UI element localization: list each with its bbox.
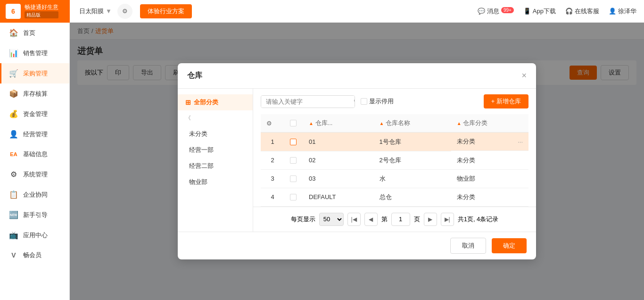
col-category-header: ▲ 仓库分类: [451, 114, 528, 133]
page-number-input[interactable]: [391, 213, 410, 226]
member-icon: V: [9, 251, 18, 259]
row-name: 2号仓库: [374, 151, 451, 169]
logo-area: 6 畅捷通好生意 精品版: [0, 0, 70, 23]
sidebar-label-system: 系统管理: [23, 170, 48, 179]
sidebar: 🏠 首页 📊 销售管理 🛒 采购管理 📦 库存核算 💰 资金管理 👤 经营管理 …: [0, 23, 70, 300]
table-row[interactable]: 3 03 水 物业部: [261, 169, 528, 188]
category-item-property[interactable]: 物业部: [178, 174, 253, 190]
logo-badge: 精品版: [25, 11, 58, 18]
sidebar-label-member: 畅会员: [23, 251, 41, 259]
logo-icon: 6: [6, 4, 21, 19]
row-checkbox[interactable]: [284, 133, 303, 151]
system-icon: ⚙: [9, 170, 18, 179]
sidebar-item-sales[interactable]: 📊 销售管理: [0, 43, 69, 63]
online-service-item[interactable]: 🎧 在线客服: [565, 7, 599, 16]
table-panel: 🔍 显示停用 + 新增仓库: [253, 89, 536, 232]
gear-col-icon[interactable]: ⚙: [266, 120, 272, 127]
cancel-button[interactable]: 取消: [450, 238, 486, 254]
sidebar-item-guide[interactable]: 🆕 新手引导: [0, 205, 69, 225]
operations-icon: 👤: [9, 130, 18, 139]
store-selector[interactable]: 日太阳膜 ▼: [79, 7, 112, 16]
modal-close-button[interactable]: ×: [521, 71, 527, 81]
sidebar-item-system[interactable]: ⚙ 系统管理: [0, 164, 69, 184]
row-code: 02: [303, 151, 374, 169]
category-all-label: 全部分类: [194, 98, 218, 107]
settings-button[interactable]: ⚙: [117, 4, 132, 19]
col-code-header: ▲ 仓库...: [303, 114, 374, 133]
show-disabled-text: 显示停用: [369, 97, 394, 106]
page-prev-button[interactable]: ◀: [364, 213, 378, 226]
modal-overlay: 仓库 × ⊞ 全部分类 《 未分类: [70, 23, 644, 300]
col-code-label: 仓库...: [315, 119, 333, 126]
content-area: 首页 / 进货单 进货单 按以下 印 导出 刷新 查询 设置 仓库 ×: [70, 23, 644, 300]
per-page-select[interactable]: 50 10 20 100: [319, 213, 344, 226]
sidebar-item-apps[interactable]: 📺 应用中心: [0, 225, 69, 245]
row-category: 未分类: [451, 188, 528, 206]
user-name: 徐泽华: [618, 7, 636, 16]
trial-button[interactable]: 体验行业方案: [140, 4, 192, 18]
table-row[interactable]: 1 01 1号仓库 未分类···: [261, 133, 528, 151]
table-row[interactable]: 2 02 2号仓库 未分类: [261, 151, 528, 169]
main-layout: 🏠 首页 📊 销售管理 🛒 采购管理 📦 库存核算 💰 资金管理 👤 经营管理 …: [0, 23, 644, 300]
per-page-label: 每页显示: [291, 215, 315, 224]
sidebar-item-member[interactable]: V 畅会员: [0, 245, 69, 265]
sidebar-label-finance: 资金管理: [23, 110, 48, 118]
sidebar-label-enterprise: 企业协同: [23, 191, 48, 199]
row-category: 未分类: [451, 151, 528, 169]
row-name: 总仓: [374, 188, 451, 206]
search-button[interactable]: 🔍: [350, 96, 355, 108]
total-info: 共1页, 4条记录: [458, 215, 499, 224]
table-header-row: ⚙ ▲ 仓库...: [261, 114, 528, 133]
add-warehouse-button[interactable]: + 新增仓库: [484, 94, 528, 108]
sidebar-item-enterprise[interactable]: 📋 企业协同: [0, 184, 69, 205]
sidebar-item-operations[interactable]: 👤 经营管理: [0, 124, 69, 144]
row-code: 03: [303, 169, 374, 188]
category-collapse-header[interactable]: 《: [178, 110, 253, 126]
page-first-button[interactable]: |◀: [347, 213, 361, 226]
sidebar-item-inventory[interactable]: 📦 库存核算: [0, 83, 69, 104]
col-gear: ⚙: [261, 114, 284, 133]
user-item[interactable]: 👤 徐泽华: [609, 7, 636, 16]
row-checkbox[interactable]: [284, 169, 303, 188]
sidebar-item-basic[interactable]: EA 基础信息: [0, 144, 69, 164]
sidebar-item-home[interactable]: 🏠 首页: [0, 23, 69, 43]
table-toolbar: 🔍 显示停用 + 新增仓库: [253, 89, 536, 114]
row-checkbox[interactable]: [284, 151, 303, 169]
search-input[interactable]: [261, 96, 350, 108]
col-name-label: 仓库名称: [386, 119, 410, 126]
row-code: DEFAULT: [303, 188, 374, 206]
row-category: 物业部: [451, 169, 528, 188]
headphone-icon: 🎧: [565, 8, 573, 15]
category-item-ops1[interactable]: 经营一部: [178, 142, 253, 158]
modal-title: 仓库: [187, 71, 202, 81]
message-icon: 💬: [478, 8, 485, 15]
app-label: App下载: [533, 7, 556, 16]
row-action-dots[interactable]: ···: [518, 138, 523, 145]
category-item-ops2[interactable]: 经营二部: [178, 158, 253, 174]
category-item-unclassified[interactable]: 未分类: [178, 126, 253, 142]
category-all-item[interactable]: ⊞ 全部分类: [178, 94, 253, 110]
row-index: 4: [261, 188, 284, 206]
confirm-button[interactable]: 确定: [492, 238, 527, 253]
app-download-item[interactable]: 📱 App下载: [523, 7, 556, 16]
sidebar-item-purchase[interactable]: 🛒 采购管理: [0, 63, 69, 83]
sidebar-item-finance[interactable]: 💰 资金管理: [0, 104, 69, 124]
sidebar-label-sales: 销售管理: [23, 49, 48, 58]
show-disabled-checkbox[interactable]: [361, 98, 367, 105]
page-next-button[interactable]: ▶: [424, 213, 437, 226]
enterprise-icon: 📋: [9, 190, 18, 199]
sidebar-label-purchase: 采购管理: [23, 69, 48, 78]
sidebar-label-operations: 经营管理: [23, 130, 48, 139]
col-category-label: 仓库分类: [463, 119, 487, 126]
warehouse-table: ⚙ ▲ 仓库...: [261, 114, 528, 207]
sidebar-label-inventory: 库存核算: [23, 90, 48, 98]
category-panel: ⊞ 全部分类 《 未分类 经营一部 经营二部: [178, 89, 253, 232]
page-last-button[interactable]: ▶|: [441, 213, 454, 226]
sidebar-label-guide: 新手引导: [23, 211, 48, 219]
table-body: 1 01 1号仓库 未分类··· 2 02 2号仓库 未分类 3 03 水 物业…: [261, 133, 528, 207]
show-disabled-label[interactable]: 显示停用: [361, 97, 394, 106]
select-all-checkbox[interactable]: [290, 120, 297, 126]
table-row[interactable]: 4 DEFAULT 总仓 未分类: [261, 188, 528, 206]
messages-item[interactable]: 💬 消息 99+: [478, 7, 514, 16]
row-checkbox[interactable]: [284, 188, 303, 206]
